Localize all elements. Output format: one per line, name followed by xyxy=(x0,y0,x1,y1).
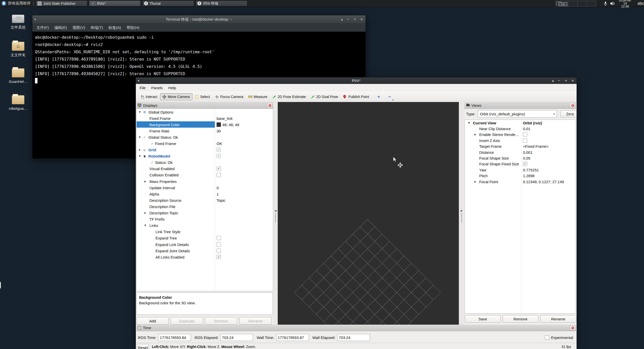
collapse-right-icon[interactable]: ▶ xyxy=(461,209,463,212)
desktop-icon-home[interactable]: ⌂主文件夹 xyxy=(2,42,34,58)
reset-button[interactable]: Reset xyxy=(137,344,149,349)
property-row[interactable]: All Links Enabled✓ xyxy=(137,254,273,260)
property-value[interactable]: 0.01 xyxy=(523,127,530,131)
property-value[interactable]: OK xyxy=(217,141,222,146)
zero-button[interactable]: Zero xyxy=(560,110,577,117)
volume-icon[interactable] xyxy=(610,1,615,6)
property-row[interactable]: ▼✓Global Status: Ok xyxy=(137,134,273,140)
property-value[interactable]: 0.12348; 0.1227; 27.149 xyxy=(523,179,564,184)
property-value[interactable]: ✓ xyxy=(217,154,221,158)
menubar-item-help[interactable]: Help xyxy=(166,85,179,90)
add-button[interactable]: Add xyxy=(136,317,169,325)
displays-panel-header[interactable]: Displays × xyxy=(136,102,273,109)
property-value[interactable]: base_link xyxy=(217,116,232,120)
property-row[interactable]: ▼Links xyxy=(137,222,273,229)
minimize-icon[interactable] xyxy=(347,15,349,23)
property-row[interactable]: Near Clip Distance0.01 xyxy=(465,126,576,131)
property-row[interactable]: Collision Enabled xyxy=(137,172,273,178)
checkbox-unchecked-icon[interactable] xyxy=(217,236,221,240)
property-value[interactable]: 0.05 xyxy=(523,156,530,160)
property-row[interactable]: ▶Description Topic xyxy=(137,210,273,216)
property-row[interactable]: Yaw0.775251 xyxy=(465,167,576,173)
checkbox-unchecked-icon[interactable] xyxy=(217,173,221,177)
property-value[interactable] xyxy=(217,242,221,246)
expand-arrow-icon[interactable]: ▼ xyxy=(139,111,141,113)
property-row[interactable]: Target Frame<Fixed Frame> xyxy=(465,143,576,149)
property-row[interactable]: Alpha1 xyxy=(137,191,273,197)
terminal-menu-item[interactable]: 帮助(H) xyxy=(124,25,142,31)
property-value[interactable] xyxy=(217,236,221,240)
expand-arrow-icon[interactable]: ▼ xyxy=(144,224,146,227)
tool-remove-tool[interactable]: −▾ xyxy=(386,94,393,100)
property-value[interactable] xyxy=(523,138,527,142)
property-row[interactable]: Background Color48; 48; 48 xyxy=(137,121,273,128)
user-menu[interactable]: abc xyxy=(637,1,644,6)
property-row[interactable]: Description File xyxy=(137,203,273,210)
collapse-arrow-icon[interactable]: ▶ xyxy=(144,212,146,214)
window-menu-icon[interactable]: ▾ xyxy=(136,79,141,82)
property-row[interactable]: Distance0.001 xyxy=(465,149,576,155)
property-row[interactable]: Pitch1.2898 xyxy=(465,173,576,179)
taskbar-task[interactable]: RRViz* xyxy=(89,1,141,6)
tool-goal-pose[interactable]: 2D Goal Pose xyxy=(308,93,341,100)
workspace-pager[interactable]: RViz xyxy=(555,1,596,6)
desktop-icon-drive[interactable]: 文件系统 xyxy=(2,15,34,30)
property-row[interactable]: ✓Status: Ok xyxy=(137,159,273,166)
property-row[interactable]: Expand Link Details xyxy=(137,241,273,247)
maximize-icon[interactable] xyxy=(565,77,567,84)
property-row[interactable]: Expand Tree xyxy=(137,235,273,241)
tool-publish-point[interactable]: Publish Point xyxy=(341,93,372,100)
window-menu-icon[interactable]: ▾ xyxy=(32,18,38,21)
microphone-icon[interactable] xyxy=(604,1,607,6)
tool-focus-camera[interactable]: Focus Camera xyxy=(213,93,246,100)
taskbar-task[interactable]: 2Thunar xyxy=(142,1,194,6)
tool-measure[interactable]: Measure xyxy=(246,93,270,100)
property-row[interactable]: Visual Enabled✓ xyxy=(137,166,273,172)
tool-dropdown-icon[interactable]: ▾ xyxy=(392,99,393,101)
property-row[interactable]: ▶Mass Properties xyxy=(137,178,273,184)
property-row[interactable]: ▼♞RobotModel✓ xyxy=(137,153,273,159)
property-value[interactable]: 48; 48; 48 xyxy=(217,122,239,127)
taskbar-task[interactable]: 3Xfce 终端 xyxy=(196,1,247,6)
collapse-left-icon[interactable]: ◀ xyxy=(274,209,276,212)
workspace-cell-2[interactable] xyxy=(568,1,578,7)
property-row[interactable]: Invert Z Axis xyxy=(465,137,576,143)
property-value[interactable]: 0.001 xyxy=(523,150,533,154)
close-icon[interactable] xyxy=(571,77,574,84)
property-row[interactable]: ▶Focal Point0.12348; 0.1227; 27.149 xyxy=(465,179,576,184)
remove-button[interactable]: Remove xyxy=(503,315,538,323)
gutter-handle[interactable] xyxy=(461,213,462,223)
expand-arrow-icon[interactable]: ▼ xyxy=(139,136,141,138)
terminal-menu-item[interactable]: 终端(T) xyxy=(88,25,105,31)
save-button[interactable]: Save xyxy=(465,315,501,323)
workspace-cell-3[interactable] xyxy=(578,1,587,7)
maximize-icon[interactable] xyxy=(353,15,356,23)
property-value[interactable]: ✓ xyxy=(523,162,527,166)
displays-close-button[interactable]: × xyxy=(267,103,272,108)
taskbar-task[interactable]: Joint State Publisher xyxy=(36,1,87,6)
property-value[interactable] xyxy=(217,173,221,177)
tool-pose-estimate[interactable]: 2D Pose Estimate xyxy=(270,93,308,100)
checkbox-unchecked-icon[interactable] xyxy=(217,248,221,253)
checkbox-unchecked-icon[interactable] xyxy=(523,138,527,142)
property-value[interactable]: ✓ xyxy=(217,255,221,259)
checkbox-checked-icon[interactable]: ✓ xyxy=(217,255,221,259)
property-row[interactable]: Description SourceTopic xyxy=(137,197,273,203)
time-field-input[interactable] xyxy=(337,334,370,341)
property-row[interactable]: ▼⚙Global Options xyxy=(137,109,273,115)
time-close-button[interactable]: × xyxy=(570,325,575,330)
terminal-menu-item[interactable]: 文件(F) xyxy=(34,25,51,31)
property-value[interactable]: 0.775251 xyxy=(523,168,539,172)
gutter-handle[interactable] xyxy=(275,213,276,223)
property-value[interactable]: <Fixed Frame> xyxy=(523,144,549,148)
property-value[interactable] xyxy=(523,132,527,137)
property-value[interactable]: 1.2898 xyxy=(523,174,535,178)
view-type-combobox[interactable]: Orbit (rviz_default_plugins) ▾ xyxy=(478,110,557,118)
checkbox-checked-icon[interactable]: ✓ xyxy=(217,148,221,152)
checkbox-checked-icon[interactable]: ✓ xyxy=(523,162,527,166)
checkbox-checked-icon[interactable]: ✓ xyxy=(217,167,221,171)
tool-move-camera[interactable]: Move Camera xyxy=(160,93,192,100)
applications-menu-button[interactable]: 所有应用程序 xyxy=(0,0,32,7)
terminal-menu-item[interactable]: 标签(A) xyxy=(106,25,124,31)
property-row[interactable]: Link Tree Style xyxy=(137,229,273,235)
